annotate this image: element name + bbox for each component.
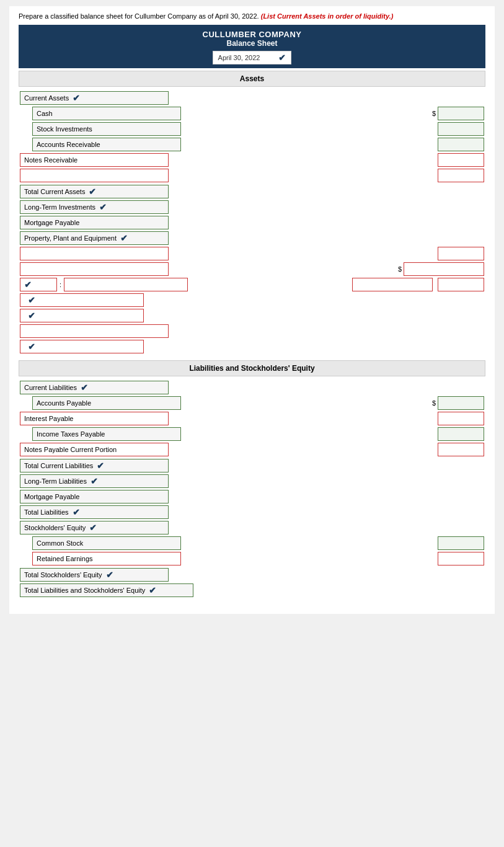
company-header: CULLUMBER COMPANY Balance Sheet April 30… (19, 25, 485, 68)
stock-investments-input[interactable] (438, 122, 484, 136)
notes-payable-label: Notes Payable Current Portion (20, 443, 169, 456)
mortgage-payable-assets-row: Mortgage Payable (19, 216, 485, 229)
ppe-item-input-5[interactable] (438, 278, 484, 291)
long-term-liabilities-chevron-icon[interactable]: ✔ (91, 476, 98, 486)
total-stockholders-equity-chevron-icon[interactable]: ✔ (106, 570, 113, 580)
accounts-payable-dollar: $ (432, 399, 436, 407)
notes-receivable-input[interactable] (438, 153, 484, 167)
blank-dropdown-icon-1[interactable]: ✔ (28, 295, 35, 305)
accounts-payable-label: Accounts Payable (32, 396, 181, 410)
notes-receivable-row: Notes Receivable (19, 153, 485, 167)
total-current-liabilities-label: Total Current Liabilities ✔ (20, 459, 169, 472)
blank-dropdown-row-3: ✔ (19, 340, 485, 353)
total-liabilities-chevron-icon[interactable]: ✔ (73, 507, 80, 517)
mortgage-payable-liabilities-label: Mortgage Payable (20, 490, 169, 503)
company-name: CULLUMBER COMPANY (25, 30, 479, 39)
long-term-investments-chevron-icon[interactable]: ✔ (99, 202, 107, 212)
current-assets-chevron-icon[interactable]: ✔ (73, 93, 80, 103)
ppe-item-input-4[interactable] (352, 278, 433, 291)
common-stock-label: Common Stock (32, 536, 181, 550)
interest-payable-label: Interest Payable (20, 412, 169, 425)
retained-earnings-input[interactable] (438, 552, 484, 565)
cash-dollar-sign: $ (432, 110, 436, 117)
notes-receivable-label: Notes Receivable (20, 153, 169, 167)
notes-payable-row: Notes Payable Current Portion (19, 443, 485, 456)
retained-earnings-label: Retained Earnings (32, 552, 181, 565)
ppe-label: Property, Plant and Equipment ✔ (20, 231, 169, 245)
total-liabilities-equity-label: Total Liabilities and Stockholders' Equi… (20, 583, 193, 597)
liabilities-area: Current Liabilities ✔ Accounts Payable $… (19, 376, 485, 601)
ppe-item-input-1[interactable] (438, 247, 484, 260)
ppe-row: Property, Plant and Equipment ✔ (19, 231, 485, 245)
blank-dropdown-label-1: ✔ (20, 293, 144, 307)
total-current-liabilities-row: Total Current Liabilities ✔ (19, 459, 485, 472)
ppe-item-input-2[interactable] (404, 262, 484, 276)
ppe-item-label-2 (20, 262, 169, 276)
cash-row: Cash $ (31, 107, 485, 120)
stockholders-equity-label: Stockholders' Equity ✔ (20, 521, 169, 534)
instructions-text: Prepare a classified balance sheet for C… (19, 12, 259, 20)
accounts-receivable-input[interactable] (438, 138, 484, 151)
current-assets-row: Current Assets ✔ (19, 91, 485, 105)
ppe-item-chevron-icon: ✔ (24, 280, 32, 290)
interest-payable-row: Interest Payable (19, 412, 485, 425)
total-current-assets-row: Total Current Assets ✔ (19, 185, 485, 198)
blank-dropdown-label-3: ✔ (20, 340, 144, 353)
blank-dropdown-label-2: ✔ (20, 309, 144, 322)
blank-asset-row-1 (19, 169, 485, 182)
blank-text-label (20, 324, 169, 338)
stockholders-equity-row: Stockholders' Equity ✔ (19, 521, 485, 534)
blank-dropdown-icon-3[interactable]: ✔ (28, 342, 35, 352)
income-taxes-payable-row: Income Taxes Payable (31, 427, 485, 441)
date-label: April 30, 2022 (218, 54, 260, 61)
current-liabilities-label: Current Liabilities ✔ (20, 381, 169, 394)
accounts-receivable-row: Accounts Receivable (31, 138, 485, 151)
notes-payable-input[interactable] (438, 443, 484, 456)
instructions-italic: (List Current Assets in order of liquidi… (261, 12, 394, 20)
ppe-item-row-2: $ (19, 262, 485, 276)
colon-separator: : (60, 281, 61, 288)
mortgage-payable-assets-label: Mortgage Payable (20, 216, 169, 229)
ppe-item-label-1 (20, 247, 169, 260)
total-stockholders-equity-label: Total Stockholders' Equity ✔ (20, 568, 169, 582)
liabilities-section-header: Liabilities and Stockholders' Equity (19, 360, 485, 376)
ppe-item-row-1 (19, 247, 485, 260)
cash-input[interactable] (438, 107, 484, 120)
stock-investments-label: Stock Investments (32, 122, 181, 136)
cash-label: Cash (32, 107, 181, 120)
balance-sheet-page: Prepare a classified balance sheet for C… (9, 6, 495, 614)
accounts-payable-row: Accounts Payable $ (31, 396, 485, 410)
interest-payable-input[interactable] (438, 412, 484, 425)
accounts-payable-input[interactable] (438, 396, 484, 410)
ppe-item-row-3: ✔ : (19, 278, 485, 291)
blank-asset-input-1[interactable] (438, 169, 484, 182)
ppe-dropdown-label[interactable]: ✔ (20, 278, 57, 291)
long-term-investments-row: Long-Term Investments ✔ (19, 200, 485, 214)
total-stockholders-equity-row: Total Stockholders' Equity ✔ (19, 568, 485, 582)
accounts-receivable-label: Accounts Receivable (32, 138, 181, 151)
ppe-chevron-icon[interactable]: ✔ (120, 233, 128, 243)
income-taxes-payable-label: Income Taxes Payable (32, 427, 181, 441)
current-liabilities-chevron-icon[interactable]: ✔ (81, 383, 88, 392)
mortgage-payable-liabilities-row: Mortgage Payable (19, 490, 485, 503)
assets-section-header: Assets (19, 71, 485, 87)
stock-investments-row: Stock Investments (31, 122, 485, 136)
total-liabilities-label: Total Liabilities ✔ (20, 505, 169, 519)
blank-dropdown-icon-2[interactable]: ✔ (28, 311, 35, 321)
total-current-assets-chevron-icon[interactable]: ✔ (89, 187, 96, 197)
total-current-assets-label: Total Current Assets ✔ (20, 185, 169, 198)
total-liabilities-equity-chevron-icon[interactable]: ✔ (149, 585, 156, 595)
long-term-liabilities-row: Long-Term Liabilities ✔ (19, 474, 485, 488)
ppe-item-input-3[interactable] (64, 278, 188, 291)
common-stock-row: Common Stock (31, 536, 485, 550)
blank-text-row (19, 324, 485, 338)
income-taxes-payable-input[interactable] (438, 427, 484, 441)
long-term-investments-label: Long-Term Investments ✔ (20, 200, 169, 214)
instructions: Prepare a classified balance sheet for C… (19, 12, 485, 20)
sheet-title: Balance Sheet (25, 39, 479, 48)
ppe-dollar-sign: $ (398, 265, 402, 273)
date-select[interactable]: April 30, 2022 ✔ (213, 51, 292, 64)
total-current-liabilities-chevron-icon[interactable]: ✔ (97, 461, 104, 471)
stockholders-equity-chevron-icon[interactable]: ✔ (89, 523, 97, 533)
common-stock-input[interactable] (438, 536, 484, 550)
